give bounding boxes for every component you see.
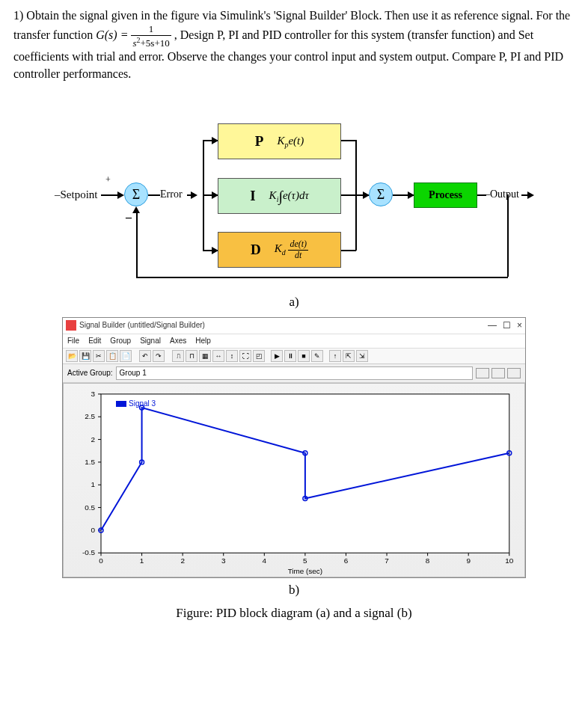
svg-text:-0.5: -0.5 [82,548,96,556]
svg-text:5: 5 [303,556,307,565]
pulse-icon[interactable]: ⊓ [186,350,197,362]
undo-icon[interactable]: ↶ [139,350,151,362]
copy-icon[interactable]: 📋 [106,350,118,362]
pause-icon[interactable]: ⏸ [284,350,296,362]
menu-bar: File Edit Group Signal Axes Help [63,334,525,349]
svg-text:10: 10 [505,556,514,565]
menu-help[interactable]: Help [195,336,211,346]
p-equation: Kpe(t) [277,133,304,150]
menu-group[interactable]: Group [110,336,131,346]
svg-text:1: 1 [91,480,96,488]
prev-icon[interactable] [491,368,505,378]
save-icon[interactable]: 💾 [79,350,91,362]
import-icon[interactable]: ⇲ [356,350,368,362]
window-title: Signal Builder (untitled/Signal Builder) [79,320,205,331]
svg-text:2: 2 [180,556,185,565]
legend-swatch [116,401,126,407]
window-titlebar[interactable]: Signal Builder (untitled/Signal Builder)… [63,318,525,334]
chart-svg: -0.500.511.522.53012345678910Time (sec) [64,384,524,577]
zoom-y-icon[interactable]: ↕ [226,350,238,362]
figure-caption: Figure: PID block diagram (a) and a sign… [13,604,575,622]
zoom-box-icon[interactable]: ◰ [253,350,265,362]
svg-text:3: 3 [221,556,226,565]
format-icon[interactable]: ✎ [311,350,323,362]
sum-junction-2: Σ [369,182,393,206]
toolbar: 📂 💾 ✂ 📋 📄 ↶ ↷ ⎍ ⊓ ▦ ↔ ↕ ⛶ ◰ ▶ ⏸ ■ ✎ ↑ ⇱ … [63,349,525,364]
signal-chart[interactable]: Signal 3 -0.500.511.522.53012345678910Ti… [63,383,525,577]
error-label: Error [160,187,183,202]
grid-icon[interactable]: ▦ [199,350,211,362]
signal-builder-window: Signal Builder (untitled/Signal Builder)… [62,317,526,578]
up-icon[interactable]: ↑ [329,350,341,362]
svg-text:Time (sec): Time (sec) [288,567,322,575]
svg-text:4: 4 [263,556,267,565]
output-label: –Output [485,187,519,202]
app-icon [66,320,76,331]
redo-icon[interactable]: ↷ [153,350,165,362]
menu-axes[interactable]: Axes [170,336,186,346]
d-block: D Kd de(t)dt [218,232,341,268]
i-block: I Ki∫e(τ)dτ [218,178,341,214]
minimize-button[interactable]: — [488,319,497,332]
svg-text:6: 6 [344,556,349,565]
paste-icon[interactable]: 📄 [120,350,132,362]
menu-file[interactable]: File [67,336,79,346]
minus-sign: – [126,209,132,226]
svg-text:3: 3 [91,390,96,398]
svg-text:0: 0 [91,526,96,534]
transfer-function-fraction: 1 s2+5s+10 [131,24,171,49]
gear-icon[interactable] [476,368,489,378]
close-button[interactable]: × [517,319,522,332]
svg-text:8: 8 [426,556,430,565]
question-number: 1) [13,9,23,22]
stop-icon[interactable]: ■ [298,350,310,362]
maximize-button[interactable]: ☐ [503,319,511,332]
svg-text:7: 7 [385,556,389,565]
sum-junction-1: Σ [124,182,148,206]
tf-numerator: 1 [131,24,171,35]
question-text: 1) Obtain the signal given in the figure… [13,7,575,82]
zoom-x-icon[interactable]: ↔ [212,350,224,362]
svg-text:2.5: 2.5 [85,412,95,420]
d-equation: Kd de(t)dt [275,239,308,260]
zoom-fit-icon[interactable]: ⛶ [239,350,251,362]
next-icon[interactable] [507,368,521,378]
active-group-label: Active Group: [67,368,113,378]
menu-edit[interactable]: Edit [88,336,101,346]
process-block: Process [414,182,477,208]
open-icon[interactable]: 📂 [66,350,78,362]
setpoint-label: + –Setpoint – [55,187,98,203]
svg-text:1: 1 [140,556,144,565]
part-b-label: b) [13,581,575,599]
signal-legend: Signal 3 [116,399,156,409]
i-equation: Ki∫e(τ)dτ [269,188,309,205]
svg-text:1.5: 1.5 [85,458,95,466]
svg-text:0.5: 0.5 [85,503,95,511]
menu-signal[interactable]: Signal [140,336,161,346]
part-a-label: a) [13,293,575,311]
tf-lhs: G(s) = [96,29,131,42]
play-icon[interactable]: ▶ [271,350,283,362]
active-group-dropdown[interactable]: Group 1 [116,366,473,380]
plus-sign: + [105,174,111,186]
p-block: P Kpe(t) [218,123,341,159]
tf-denominator: s2+5s+10 [131,36,171,49]
cut-icon[interactable]: ✂ [93,350,105,362]
svg-text:9: 9 [466,556,471,565]
svg-text:2: 2 [91,435,96,443]
export-icon[interactable]: ⇱ [343,350,355,362]
pid-block-diagram: + –Setpoint – Σ Error P Kpe(t) I Ki∫e(τ)… [55,99,533,286]
svg-text:0: 0 [99,556,103,565]
active-group-row: Active Group: Group 1 [63,364,525,383]
step-icon[interactable]: ⎍ [172,350,184,362]
